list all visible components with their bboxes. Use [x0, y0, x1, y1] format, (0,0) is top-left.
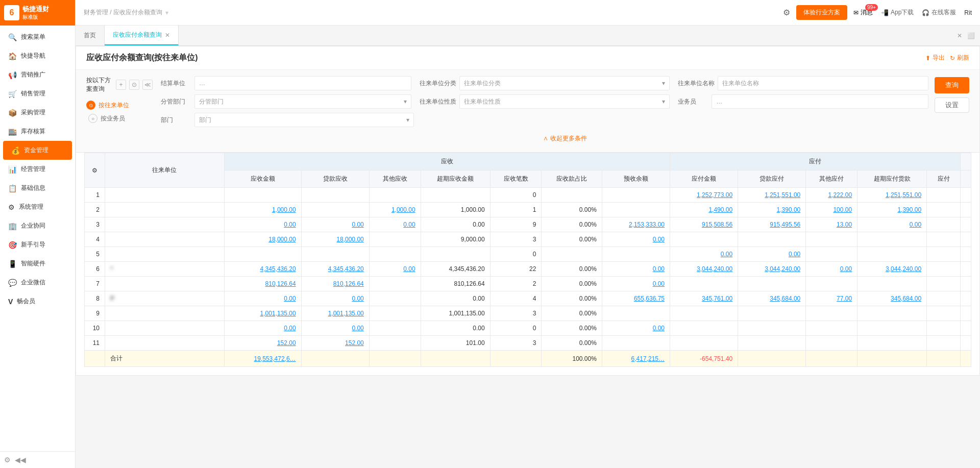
- settings-bottom-icon[interactable]: ⚙: [4, 456, 11, 464]
- td-ar-amount[interactable]: 1,001,135.00: [224, 306, 301, 321]
- maximize-icon[interactable]: ⬜: [967, 32, 975, 39]
- sidebar-item-basic[interactable]: 📋 基础信息: [0, 179, 75, 198]
- td-ar-other[interactable]: [369, 321, 421, 336]
- td-ap-amount[interactable]: [670, 232, 738, 247]
- sidebar-item-wechat[interactable]: 💬 企业微信: [0, 273, 75, 292]
- td-ar-amount[interactable]: 18,000.00: [224, 232, 301, 247]
- td-ap-amount[interactable]: 3,044,240.00: [670, 262, 738, 277]
- td-ar-loan[interactable]: 0.00: [301, 321, 369, 336]
- td-ar-other[interactable]: [369, 306, 421, 321]
- total-ar-prepaid[interactable]: 6,417,215…: [602, 351, 670, 367]
- td-ap-overdue[interactable]: 1,251,551.00: [857, 188, 927, 203]
- td-ar-loan[interactable]: 810,126.64: [301, 277, 369, 291]
- td-ar-other[interactable]: 0.00: [369, 262, 421, 277]
- td-ar-prepaid[interactable]: 0.00: [602, 321, 670, 336]
- td-ar-loan[interactable]: 4,345,436.20: [301, 262, 369, 277]
- td-ap-amount[interactable]: 1,252,773.00: [670, 188, 738, 203]
- close-window-icon[interactable]: ✕: [957, 32, 962, 39]
- select-jsdw[interactable]: …: [194, 76, 411, 90]
- online-service-btn[interactable]: 🎧 在线客服: [922, 8, 956, 17]
- view-method-by-partner[interactable]: ⊙ 按往来单位: [86, 98, 153, 112]
- add-filter-btn[interactable]: +: [116, 80, 126, 90]
- td-ar-prepaid[interactable]: 0.00: [602, 262, 670, 277]
- td-ar-other[interactable]: 0.00: [369, 217, 421, 232]
- sidebar-item-member[interactable]: V 畅会员: [0, 292, 75, 311]
- td-ap-overdue[interactable]: 3,044,240.00: [857, 262, 927, 277]
- td-ar-amount[interactable]: 0.00: [224, 321, 301, 336]
- td-ap-loan[interactable]: [738, 321, 806, 336]
- message-btn[interactable]: ✉ 消息 99+: [853, 8, 873, 17]
- td-ap-amount[interactable]: [670, 336, 738, 351]
- collapse-sidebar-btn[interactable]: ◀◀: [15, 456, 26, 464]
- td-ap-overdue[interactable]: [857, 232, 927, 247]
- td-ar-loan[interactable]: [301, 188, 369, 203]
- td-ar-other[interactable]: [369, 188, 421, 203]
- td-ar-prepaid[interactable]: 655,636.75: [602, 291, 670, 306]
- td-ap-loan[interactable]: [738, 277, 806, 291]
- td-ar-other[interactable]: [369, 336, 421, 351]
- sidebar-item-system[interactable]: ⚙ 系统管理: [0, 198, 75, 216]
- td-ap-other[interactable]: [806, 277, 857, 291]
- td-ar-other[interactable]: [369, 291, 421, 306]
- export-btn[interactable]: ⬆ 导出: [925, 54, 945, 62]
- td-ar-other[interactable]: [369, 232, 421, 247]
- td-ar-amount[interactable]: [224, 247, 301, 262]
- td-ar-loan[interactable]: [301, 247, 369, 262]
- view-method-by-staff[interactable]: ○ 按业务员: [88, 112, 153, 125]
- td-ap-loan[interactable]: [738, 336, 806, 351]
- td-ap-other[interactable]: 13.00: [806, 217, 857, 232]
- td-ap-amount[interactable]: [670, 321, 738, 336]
- td-ap-other[interactable]: 1,222.00: [806, 188, 857, 203]
- td-ap-other[interactable]: 77.00: [806, 291, 857, 306]
- td-ar-amount[interactable]: 0.00: [224, 291, 301, 306]
- td-ar-prepaid[interactable]: [602, 203, 670, 217]
- td-ar-loan[interactable]: 18,000.00: [301, 232, 369, 247]
- td-ar-loan[interactable]: 0.00: [301, 217, 369, 232]
- td-ap-overdue[interactable]: 345,684.00: [857, 291, 927, 306]
- td-ar-amount[interactable]: 1,000.00: [224, 203, 301, 217]
- td-ap-amount[interactable]: 1,490.00: [670, 203, 738, 217]
- sidebar-item-marketing[interactable]: 📢 营销推广: [0, 65, 75, 84]
- td-ar-prepaid[interactable]: 0.00: [602, 232, 670, 247]
- select-partner-name[interactable]: 往来单位名称: [718, 76, 928, 90]
- app-download-btn[interactable]: 📲 App下载: [881, 8, 914, 17]
- td-ar-loan[interactable]: 152.00: [301, 336, 369, 351]
- td-ap-amount[interactable]: 915,508.56: [670, 217, 738, 232]
- td-ap-loan[interactable]: 0.00: [738, 247, 806, 262]
- td-ap-other[interactable]: [806, 232, 857, 247]
- td-ar-prepaid[interactable]: [602, 336, 670, 351]
- td-ar-amount[interactable]: 4,345,436.20: [224, 262, 301, 277]
- td-ap-other[interactable]: [806, 321, 857, 336]
- total-ar-amount[interactable]: 19,553,472,6…: [224, 351, 301, 367]
- td-ar-amount[interactable]: 152.00: [224, 336, 301, 351]
- select-partner-nature[interactable]: 往来单位性质 ▾: [459, 94, 670, 109]
- td-ap-loan[interactable]: [738, 232, 806, 247]
- filter-settings-btn[interactable]: ⊙: [129, 80, 139, 90]
- th-settings[interactable]: ⚙: [85, 153, 105, 188]
- td-ap-overdue[interactable]: [857, 306, 927, 321]
- td-ap-loan[interactable]: 345,684.00: [738, 291, 806, 306]
- select-salesman[interactable]: …: [712, 94, 928, 109]
- td-ap-other[interactable]: 100.00: [806, 203, 857, 217]
- sidebar-item-guide[interactable]: 🎯 新手引导: [0, 235, 75, 254]
- tab-close-icon[interactable]: ✕: [165, 32, 170, 39]
- td-ap-loan[interactable]: 915,495.56: [738, 217, 806, 232]
- td-ar-amount[interactable]: [224, 188, 301, 203]
- td-ar-prepaid[interactable]: 2,153,333.00: [602, 217, 670, 232]
- td-ap-other[interactable]: [806, 247, 857, 262]
- td-ar-amount[interactable]: 0.00: [224, 217, 301, 232]
- td-ap-overdue[interactable]: [857, 321, 927, 336]
- tab-ar-ap[interactable]: 应收应付余额查询 ✕: [105, 26, 179, 45]
- td-ap-amount[interactable]: [670, 277, 738, 291]
- sidebar-item-search[interactable]: 🔍 搜索菜单: [0, 28, 75, 46]
- refresh-btn[interactable]: ↻ 刷新: [950, 54, 969, 62]
- td-ap-overdue[interactable]: 1,390.00: [857, 203, 927, 217]
- td-ar-prepaid[interactable]: 0.00: [602, 277, 670, 291]
- filter-collapse-btn[interactable]: ≪: [142, 80, 153, 90]
- select-inner-dept[interactable]: 部门 ▾: [194, 113, 414, 127]
- select-partner-category[interactable]: 往来单位分类 ▾: [459, 76, 670, 90]
- sidebar-item-enterprise[interactable]: 🏢 企业协同: [0, 216, 75, 235]
- user-account[interactable]: Rit: [964, 9, 972, 16]
- td-ap-amount[interactable]: 0.00: [670, 247, 738, 262]
- collapse-more-btn[interactable]: ∧ 收起更多条件: [161, 131, 969, 146]
